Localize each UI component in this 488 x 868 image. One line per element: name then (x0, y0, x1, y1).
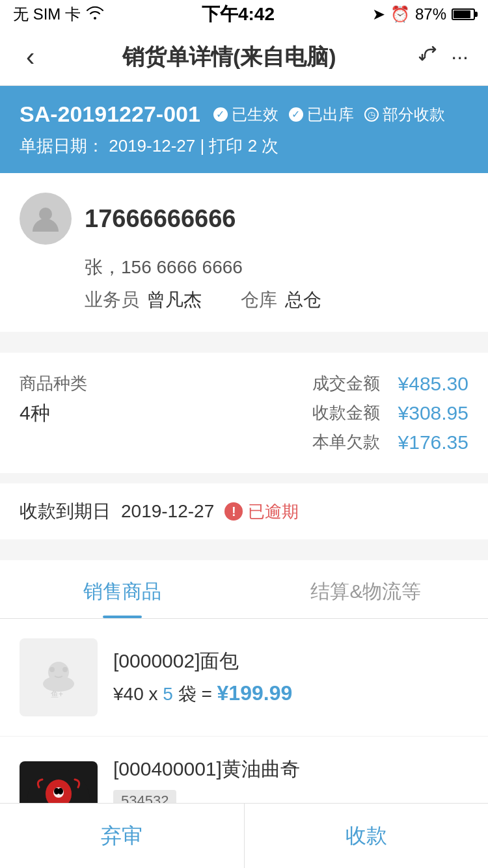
alarm-icon: ⏰ (390, 5, 410, 23)
divider-2 (0, 539, 488, 550)
status-shipped: ✓ 已出库 (289, 104, 354, 125)
battery-percentage: 87% (415, 5, 446, 23)
overdue-icon: ! (224, 502, 243, 521)
due-label: 收款到期日 (20, 499, 111, 524)
amount-value: ¥485.30 (390, 373, 468, 395)
avatar (20, 193, 72, 245)
customer-phone: 张，156 6666 6666 (20, 255, 468, 280)
status-badges: ✓ 已生效 ✓ 已出库 ◷ 部分收款 (213, 104, 445, 125)
warehouse-meta: 仓库 总仓 (241, 288, 321, 312)
order-date-line: 单据日期： 2019-12-27 | 打印 2 次 (20, 135, 468, 157)
due-section: 收款到期日 2019-12-27 ! 已逾期 (0, 483, 488, 539)
product-info-1: [0000002]面包 ¥40 x 5 袋 = ¥199.99 (113, 648, 468, 707)
owed-value: ¥176.35 (390, 431, 468, 454)
product-item: 鱼+ [0000002]面包 ¥40 x 5 袋 = ¥199.99 (0, 619, 488, 737)
tab-settlement[interactable]: 结算&物流等 (244, 560, 488, 618)
salesperson-label: 业务员 (85, 288, 139, 312)
amount-row: 成交金额 ¥485.30 (312, 372, 468, 395)
product-total-1: ¥199.99 (217, 681, 293, 705)
received-row: 收款金额 ¥308.95 (312, 401, 468, 424)
status-time: 下午4:42 (202, 2, 275, 27)
overdue-text: 已逾期 (248, 500, 299, 523)
more-button[interactable]: ··· (451, 45, 468, 69)
product-image-1: 鱼+ (20, 638, 98, 716)
divider-1 (0, 342, 488, 353)
owed-label: 本单欠款 (312, 431, 380, 454)
status-partial: ◷ 部分收款 (364, 104, 445, 125)
check-icon-active: ✓ (213, 107, 228, 122)
warehouse-value: 总仓 (285, 288, 321, 312)
svg-point-3 (49, 667, 55, 672)
salesperson-meta: 业务员 曾凡杰 (85, 288, 202, 312)
owed-row: 本单欠款 ¥176.35 (312, 431, 468, 454)
page-title: 销货单详情(来自电脑) (41, 42, 417, 72)
summary-left: 商品种类 4种 (20, 372, 87, 427)
status-left: 无 SIM 卡 (13, 4, 104, 25)
carrier-label: 无 SIM 卡 (13, 4, 81, 25)
check-icon-shipped: ✓ (289, 107, 303, 122)
nav-bar: ‹ 销货单详情(来自电脑) ··· (0, 29, 488, 86)
due-date: 2019-12-27 (121, 501, 214, 522)
customer-row: 17666666666 (20, 193, 468, 245)
clock-icon: ◷ (364, 107, 379, 122)
print-info: | 打印 2 次 (200, 136, 278, 156)
product-price-1: ¥40 x 5 袋 = ¥199.99 (113, 681, 468, 707)
product-qty-1: 5 (163, 684, 173, 704)
tab-products[interactable]: 销售商品 (0, 560, 244, 618)
battery-icon (452, 8, 475, 20)
bottom-bar: 弃审 收款 (0, 803, 488, 868)
back-button[interactable]: ‹ (20, 36, 41, 78)
amount-label: 成交金额 (312, 372, 380, 395)
order-id: SA-20191227-001 (20, 102, 200, 127)
date-label: 单据日期： (20, 136, 104, 156)
salesperson-value: 曾凡杰 (147, 288, 202, 312)
warehouse-label: 仓库 (241, 288, 277, 312)
customer-meta: 业务员 曾凡杰 仓库 总仓 (20, 288, 468, 312)
received-value: ¥308.95 (390, 402, 468, 424)
product-name-1: [0000002]面包 (113, 648, 468, 675)
order-header: SA-20191227-001 ✓ 已生效 ✓ 已出库 ◷ 部分收款 单据日期：… (0, 86, 488, 173)
overdue-badge: ! 已逾期 (224, 500, 299, 523)
tabs-header: 销售商品 结算&物流等 (0, 560, 488, 619)
category-label: 商品种类 (20, 372, 87, 395)
svg-point-4 (62, 667, 68, 672)
nav-actions: ··· (417, 44, 468, 70)
status-right: ➤ ⏰ 87% (372, 5, 475, 23)
wifi-icon (86, 5, 104, 23)
product-name-2: [000400001]黄油曲奇 (113, 756, 468, 783)
location-icon: ➤ (372, 5, 385, 23)
category-value: 4种 (20, 400, 87, 427)
svg-point-10 (58, 788, 63, 794)
order-date-value: 2019-12-27 (109, 136, 195, 156)
share-button[interactable] (417, 44, 438, 70)
svg-text:鱼+: 鱼+ (51, 690, 63, 699)
summary-section: 商品种类 4种 成交金额 ¥485.30 收款金额 ¥308.95 本单欠款 ¥… (0, 353, 488, 473)
status-active: ✓ 已生效 (213, 104, 278, 125)
collect-button[interactable]: 收款 (245, 804, 489, 868)
status-bar: 无 SIM 卡 下午4:42 ➤ ⏰ 87% (0, 0, 488, 29)
customer-id: 17666666666 (85, 205, 236, 233)
received-label: 收款金额 (312, 401, 380, 424)
reject-button[interactable]: 弃审 (0, 804, 245, 868)
summary-right: 成交金额 ¥485.30 收款金额 ¥308.95 本单欠款 ¥176.35 (312, 372, 468, 454)
customer-section: 17666666666 张，156 6666 6666 业务员 曾凡杰 仓库 总… (0, 173, 488, 332)
